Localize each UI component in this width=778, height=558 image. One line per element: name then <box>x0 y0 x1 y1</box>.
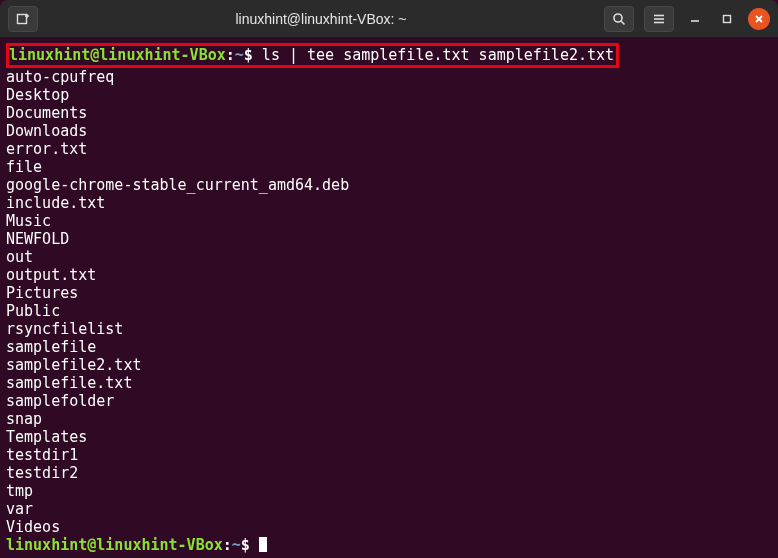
output-line: Music <box>6 212 772 230</box>
command-highlight: linuxhint@linuxhint-VBox:~$ ls | tee sam… <box>6 43 619 68</box>
new-tab-button[interactable] <box>8 6 38 32</box>
titlebar: linuxhint@linuxhint-VBox: ~ <box>0 0 778 38</box>
cursor-icon <box>259 537 267 552</box>
output-line: Desktop <box>6 86 772 104</box>
minimize-icon <box>689 13 701 25</box>
terminal-window: linuxhint@linuxhint-VBox: ~ <box>0 0 778 558</box>
output-line: snap <box>6 410 772 428</box>
prompt-line-1: linuxhint@linuxhint-VBox:~$ ls | tee sam… <box>6 44 772 68</box>
empty-command <box>250 536 259 554</box>
window-title: linuxhint@linuxhint-VBox: ~ <box>38 11 604 27</box>
prompt-host: linuxhint-VBox <box>99 46 225 64</box>
output-line: samplefile <box>6 338 772 356</box>
prompt-path: ~ <box>235 46 244 64</box>
close-icon <box>753 13 765 25</box>
prompt-colon: : <box>223 536 232 554</box>
command-text: ls | tee samplefile.txt samplefile2.txt <box>253 46 614 64</box>
titlebar-left-group <box>8 6 38 32</box>
prompt-user: linuxhint <box>9 46 90 64</box>
output-line: include.txt <box>6 194 772 212</box>
prompt-dollar: $ <box>241 536 250 554</box>
output-line: Videos <box>6 518 772 536</box>
output-line: samplefile2.txt <box>6 356 772 374</box>
output-line: Downloads <box>6 122 772 140</box>
new-tab-icon <box>16 12 30 26</box>
output-line: var <box>6 500 772 518</box>
output-line: rsyncfilelist <box>6 320 772 338</box>
output-line: testdir1 <box>6 446 772 464</box>
output-line: Pictures <box>6 284 772 302</box>
maximize-icon <box>721 13 733 25</box>
output-line: Templates <box>6 428 772 446</box>
terminal-viewport[interactable]: linuxhint@linuxhint-VBox:~$ ls | tee sam… <box>0 38 778 558</box>
hamburger-icon <box>652 12 666 26</box>
svg-line-4 <box>621 21 625 25</box>
output-line: Documents <box>6 104 772 122</box>
prompt-user: linuxhint <box>6 536 87 554</box>
close-button[interactable] <box>748 8 770 30</box>
output-line: samplefolder <box>6 392 772 410</box>
output-line: testdir2 <box>6 464 772 482</box>
prompt-colon: : <box>226 46 235 64</box>
output-line: samplefile.txt <box>6 374 772 392</box>
prompt-at: @ <box>90 46 99 64</box>
search-button[interactable] <box>604 6 634 32</box>
prompt-path: ~ <box>232 536 241 554</box>
output-line: auto-cpufreq <box>6 68 772 86</box>
output-line: file <box>6 158 772 176</box>
prompt-line-2: linuxhint@linuxhint-VBox:~$ <box>6 536 772 554</box>
output-line: Public <box>6 302 772 320</box>
output-line: out <box>6 248 772 266</box>
output-line: tmp <box>6 482 772 500</box>
menu-button[interactable] <box>644 6 674 32</box>
output-line: error.txt <box>6 140 772 158</box>
prompt-at: @ <box>87 536 96 554</box>
svg-point-3 <box>614 14 622 22</box>
prompt-host: linuxhint-VBox <box>96 536 222 554</box>
output-line: NEWFOLD <box>6 230 772 248</box>
minimize-button[interactable] <box>684 8 706 30</box>
maximize-button[interactable] <box>716 8 738 30</box>
prompt-dollar: $ <box>244 46 253 64</box>
output-line: output.txt <box>6 266 772 284</box>
output-line: google-chrome-stable_current_amd64.deb <box>6 176 772 194</box>
svg-rect-9 <box>724 15 731 22</box>
titlebar-right-group <box>604 6 770 32</box>
output-block: auto-cpufreqDesktopDocumentsDownloadserr… <box>6 68 772 536</box>
search-icon <box>612 12 626 26</box>
